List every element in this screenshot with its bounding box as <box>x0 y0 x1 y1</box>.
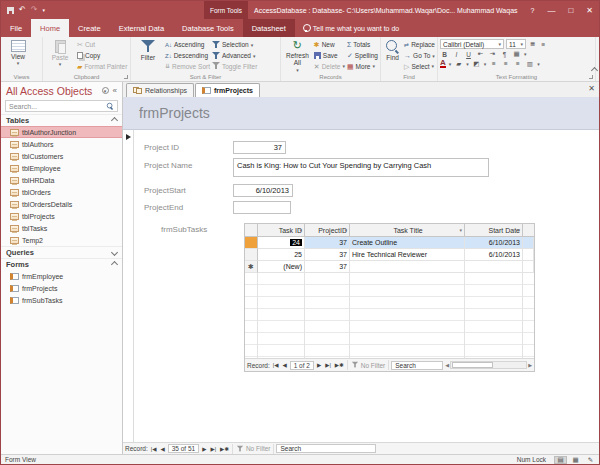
new-row-selector[interactable]: ✱ <box>245 261 258 273</box>
first-record-icon[interactable]: |◀ <box>150 446 158 452</box>
save-icon[interactable] <box>7 7 14 14</box>
descending-button[interactable]: Z↓Descending <box>165 51 210 61</box>
format-painter-button[interactable]: ▰Format Painter <box>77 61 127 71</box>
prev-record-icon[interactable]: ◀ <box>281 362 287 368</box>
scroll-right-icon[interactable]: ▶ <box>528 362 532 368</box>
spelling-button[interactable]: ✓Spelling <box>347 51 378 61</box>
sidebar-item-tblordersdetails[interactable]: tblOrdersDetails <box>1 198 122 210</box>
font-color-button[interactable]: A <box>440 59 446 68</box>
qat-customize-icon[interactable]: ▾ <box>42 8 45 13</box>
new-record-icon[interactable]: ▶✱ <box>219 446 230 452</box>
toggle-filter-button[interactable]: Toggle Filter <box>212 61 257 71</box>
tab-datasheet[interactable]: Datasheet <box>243 19 295 37</box>
text-direction-icon[interactable]: ¶ <box>500 50 509 58</box>
section-queries[interactable]: Queries <box>1 246 122 258</box>
column-header-task-title[interactable]: Task Title▾ <box>350 224 465 236</box>
underline-button[interactable]: U <box>464 50 473 58</box>
selection-button[interactable]: Selection▾ <box>212 40 257 50</box>
field-project-start[interactable]: 6/10/2013 <box>233 184 293 197</box>
replace-button[interactable]: ⇄Replace <box>404 40 435 50</box>
close-document-icon[interactable]: ✕ <box>588 84 595 93</box>
cell-task-title[interactable]: Create Outline <box>350 237 465 249</box>
form-view-button[interactable]: ▤ <box>554 456 567 464</box>
sidebar-item-frmemployee[interactable]: frmEmployee <box>1 270 122 282</box>
cell-task-title[interactable]: Hire Technical Reviewer <box>350 249 465 261</box>
align-right-icon[interactable]: ≡ <box>513 60 522 68</box>
sidebar-item-temp2[interactable]: Temp2 <box>1 234 122 246</box>
italic-button[interactable]: I <box>452 50 461 58</box>
cell-task-title[interactable] <box>350 261 465 273</box>
design-view-button[interactable]: ✎ <box>584 456 597 464</box>
view-button[interactable]: View ▾ <box>3 38 33 71</box>
doc-tab-frmprojects[interactable]: frmProjects <box>195 83 260 97</box>
section-tables[interactable]: Tables <box>1 114 122 126</box>
new-record-icon[interactable]: ▶✱ <box>334 362 345 368</box>
sidebar-item-tblhrdata[interactable]: tblHRData <box>1 174 122 186</box>
remove-sort-button[interactable]: ⇊Remove Sort <box>165 61 210 71</box>
tell-me-box[interactable]: Tell me what you want to do <box>295 19 407 37</box>
undo-icon[interactable]: ↶ <box>19 6 26 14</box>
subform-search-input[interactable]: Search <box>391 361 443 370</box>
sidebar-item-tblcustomers[interactable]: tblCustomers <box>1 150 122 162</box>
clipboard-dialog-launcher-icon[interactable] <box>124 75 128 79</box>
tab-file[interactable]: File <box>1 19 31 37</box>
table-row[interactable]: 24 37 Create Outline 6/10/2013 <box>245 237 534 249</box>
cell-task-id[interactable]: 24 <box>258 237 305 249</box>
cell-start-date[interactable] <box>465 261 523 273</box>
bold-button[interactable]: B <box>440 50 449 58</box>
find-button[interactable]: Find <box>383 38 402 71</box>
search-input[interactable]: Search... <box>5 100 118 112</box>
next-record-icon[interactable]: ▶ <box>201 446 207 452</box>
highlight-color-icon[interactable]: ▰ <box>454 60 463 68</box>
cell-task-id[interactable]: (New) <box>258 261 305 273</box>
record-selector-bar[interactable] <box>125 130 134 442</box>
font-name-select[interactable]: Calibri (Detail)▾ <box>440 39 504 49</box>
row-selector[interactable] <box>245 249 258 261</box>
tab-home[interactable]: Home <box>31 19 69 37</box>
next-record-icon[interactable]: ▶ <box>316 362 322 368</box>
nav-pane-menu-icon[interactable]: ▾ <box>102 87 109 94</box>
tab-database-tools[interactable]: Database Tools <box>173 19 243 37</box>
datasheet-format-icon[interactable]: ▥ <box>525 60 534 68</box>
table-row[interactable]: 25 37 Hire Technical Reviewer 6/10/2013 <box>245 249 534 261</box>
nav-pane-title[interactable]: All Access Objects <box>6 85 92 97</box>
filter-button[interactable]: Filter <box>133 38 163 71</box>
align-left-icon[interactable]: ≡ <box>489 60 498 68</box>
gridlines-icon[interactable]: ▦ <box>512 50 521 58</box>
advanced-button[interactable]: Advanced▾ <box>212 51 257 61</box>
numbering-icon[interactable]: ≣ <box>528 40 537 48</box>
bullets-icon[interactable]: ≡ <box>539 40 548 48</box>
delete-record-button[interactable]: ✕Delete▾ <box>314 61 345 71</box>
last-record-icon[interactable]: ▶| <box>209 446 217 452</box>
cell-projectid[interactable]: 37 <box>305 249 350 261</box>
first-record-icon[interactable]: |◀ <box>272 362 280 368</box>
sidebar-item-frmprojects[interactable]: frmProjects <box>1 282 122 294</box>
background-fill-icon[interactable]: ◩ <box>472 60 481 68</box>
sidebar-item-tblauthorjunction[interactable]: tblAuthorJunction <box>1 126 122 138</box>
decrease-indent-icon[interactable]: ⇤ <box>476 50 485 58</box>
section-forms[interactable]: Forms <box>1 258 122 270</box>
increase-indent-icon[interactable]: ⇥ <box>488 50 497 58</box>
field-project-end[interactable] <box>233 201 291 214</box>
prev-record-icon[interactable]: ◀ <box>159 446 165 452</box>
column-header-projectid[interactable]: ProjectID▾ <box>305 224 350 236</box>
text-formatting-dialog-launcher-icon[interactable] <box>589 75 593 79</box>
cut-button[interactable]: ✂Cut <box>77 40 127 50</box>
datasheet-view-button[interactable]: ▦ <box>569 456 582 464</box>
last-record-icon[interactable]: ▶| <box>324 362 332 368</box>
sidebar-item-tblemployee[interactable]: tblEmployee <box>1 162 122 174</box>
save-record-button[interactable]: Save <box>314 51 345 61</box>
help-button[interactable]: ? <box>531 7 535 14</box>
select-all-corner[interactable] <box>245 224 258 236</box>
totals-button[interactable]: ΣTotals <box>347 40 378 50</box>
scrollbar-thumb[interactable] <box>452 362 493 368</box>
close-button[interactable]: ✕ <box>586 6 593 15</box>
copy-button[interactable]: Copy <box>77 51 127 61</box>
minimize-button[interactable]: — <box>547 6 555 15</box>
horizontal-scrollbar[interactable]: ◀ ▶ <box>445 361 532 369</box>
sidebar-item-tblorders[interactable]: tblOrders <box>1 186 122 198</box>
row-selector-current[interactable] <box>245 237 258 249</box>
scroll-left-icon[interactable]: ◀ <box>445 362 449 368</box>
user-name[interactable]: Muhammad Waqas <box>457 7 517 14</box>
cell-projectid[interactable]: 37 <box>305 261 350 273</box>
